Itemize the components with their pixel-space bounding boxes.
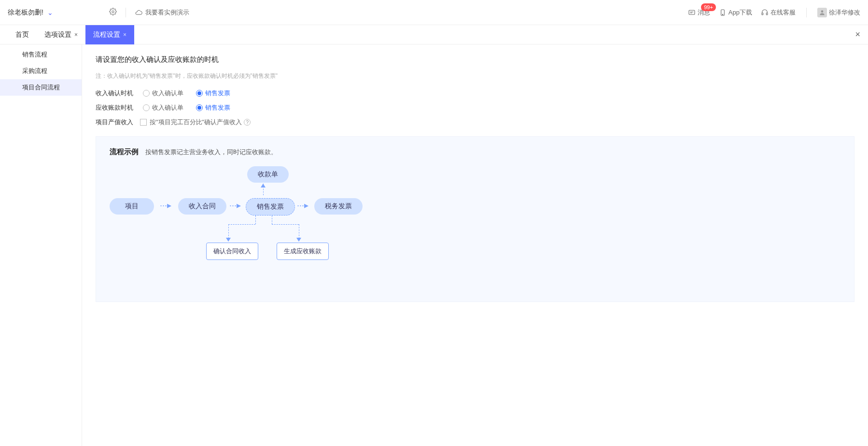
sidebar-item-purchase[interactable]: 采购流程	[0, 63, 82, 79]
svg-point-0	[112, 11, 114, 13]
checkbox-percentage[interactable]	[140, 119, 147, 126]
avatar-icon	[817, 8, 827, 17]
svg-rect-5	[766, 13, 768, 14]
svg-point-3	[722, 14, 723, 14]
messages-badge: 99+	[701, 3, 716, 11]
help-icon[interactable]: ?	[244, 119, 251, 126]
radio-sales-invoice[interactable]: 销售发票	[196, 103, 230, 112]
messages-action[interactable]: 消息 99+	[688, 8, 710, 17]
example-box: 流程示例 按销售发票记主营业务收入，同时记应收账款。 收款单 项目 ···▸ 收…	[96, 136, 854, 302]
sidebar-item-sales[interactable]: 销售流程	[0, 46, 82, 63]
flow-diagram: 收款单 项目 ···▸ 收入合同 ···▸ 销售发票 ···▸ 税务发票	[110, 166, 380, 273]
support-action[interactable]: 在线客服	[761, 8, 796, 17]
node-receipt: 收款单	[247, 166, 289, 183]
close-all-icon[interactable]: ×	[855, 29, 860, 40]
user-menu[interactable]: 徐泽华修改	[817, 8, 860, 17]
node-tax-invoice: 税务发票	[314, 198, 363, 215]
chevron-down-icon: ⌄	[47, 9, 53, 16]
arrow-icon: ···▸	[229, 200, 241, 211]
node-project: 项目	[110, 198, 154, 215]
divider	[126, 8, 126, 17]
radio-sales-invoice[interactable]: 销售发票	[196, 89, 230, 98]
cloud-icon	[135, 9, 142, 16]
divider	[806, 8, 807, 17]
radio-income-confirm-slip[interactable]: 收入确认单	[143, 89, 183, 98]
top-actions: 消息 99+ App下载 在线客服 徐泽华修改	[688, 8, 860, 17]
arrow-icon: ···▸	[297, 200, 308, 211]
field-income-confirm: 收入确认时机 收入确认单 销售发票	[96, 89, 854, 98]
svg-rect-1	[689, 10, 695, 14]
page-note: 注：收入确认时机为"销售发票"时，应收账款确认时机必须为"销售发票"	[96, 72, 854, 80]
tab-flow[interactable]: 流程设置×	[85, 25, 134, 44]
page-title: 请设置您的收入确认及应收账款的时机	[96, 55, 854, 64]
company-select[interactable]: 徐老板勿删! ⌄	[8, 8, 104, 17]
headset-icon	[761, 9, 769, 16]
example-title: 流程示例	[110, 147, 139, 157]
svg-point-6	[821, 10, 824, 13]
tab-bar: 首页 选项设置× 流程设置× ×	[0, 25, 868, 44]
top-header: 徐老板勿删! ⌄ 我要看实例演示 消息 99+ App下载 在线客服 徐泽华修改	[0, 0, 868, 25]
sidebar: 销售流程 采购流程 项目合同流程	[0, 44, 82, 446]
company-name: 徐老板勿删!	[8, 8, 43, 17]
node-sales-invoice: 销售发票	[246, 198, 295, 216]
demo-text: 我要看实例演示	[145, 8, 189, 17]
support-label: 在线客服	[770, 8, 796, 17]
field-label: 收入确认时机	[96, 89, 140, 98]
message-icon	[688, 9, 696, 16]
close-icon[interactable]: ×	[74, 31, 78, 38]
sidebar-item-project[interactable]: 项目合同流程	[0, 79, 82, 96]
field-label: 项目产值收入	[96, 118, 140, 127]
user-name: 徐泽华修改	[829, 8, 860, 17]
phone-icon	[719, 9, 727, 16]
node-confirm-income: 确认合同收入	[206, 243, 258, 260]
tab-home[interactable]: 首页	[8, 25, 37, 44]
tab-options[interactable]: 选项设置×	[37, 25, 85, 44]
close-icon[interactable]: ×	[123, 31, 126, 38]
svg-rect-4	[762, 13, 763, 14]
node-income: 收入合同	[178, 198, 226, 215]
gear-icon[interactable]	[109, 8, 117, 17]
app-label: App下载	[728, 8, 752, 17]
arrow-icon: ···▸	[160, 200, 171, 211]
demo-link[interactable]: 我要看实例演示	[135, 8, 189, 17]
radio-income-confirm-slip[interactable]: 收入确认单	[143, 103, 183, 112]
field-receivable: 应收账款时机 收入确认单 销售发票	[96, 103, 854, 112]
checkbox-label: 按"项目完工百分比"确认产值收入	[150, 118, 242, 127]
content: 请设置您的收入确认及应收账款的时机 注：收入确认时机为"销售发票"时，应收账款确…	[82, 44, 868, 446]
example-sub: 按销售发票记主营业务收入，同时记应收账款。	[145, 148, 277, 157]
node-gen-receivable: 生成应收账款	[277, 243, 329, 260]
app-download-action[interactable]: App下载	[719, 8, 752, 17]
field-label: 应收账款时机	[96, 103, 140, 112]
field-project-output: 项目产值收入 按"项目完工百分比"确认产值收入 ?	[96, 118, 854, 127]
